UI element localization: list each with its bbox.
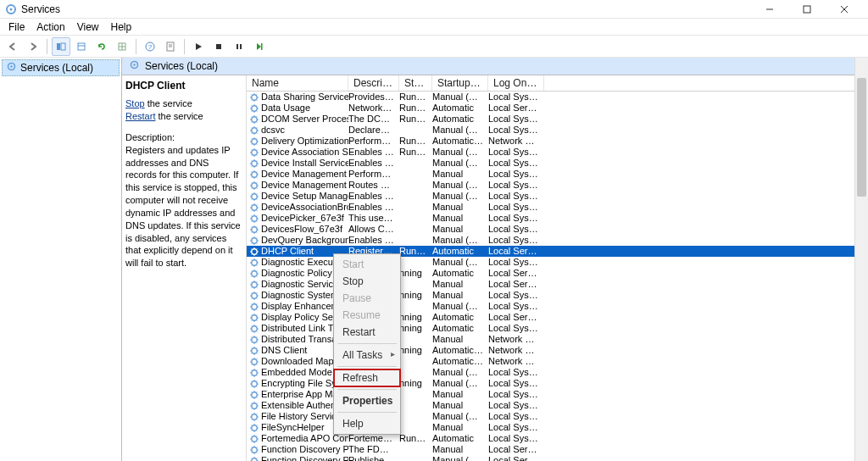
service-log-on-as: Local System	[488, 400, 544, 411]
cm-separator	[337, 412, 397, 413]
service-row[interactable]: DevicesFlow_67e3fAllows Conn...ManualLoc…	[247, 224, 868, 235]
cm-separator	[337, 366, 397, 367]
export-button[interactable]	[113, 37, 131, 56]
service-row[interactable]: Device Management Enroll...Performs De..…	[247, 169, 868, 180]
service-row[interactable]: DevQuery Background Disc...Enables app..…	[247, 235, 868, 246]
service-row[interactable]: Function Discovery Resourc...Publishes t…	[247, 455, 868, 461]
service-description: Enables pairi...	[348, 147, 399, 158]
service-startup-type: Automatic (De...	[432, 356, 488, 367]
help-button[interactable]: ?	[141, 37, 159, 56]
service-row[interactable]: Delivery OptimizationPerforms co...Runni…	[247, 136, 868, 147]
vertical-scrollbar[interactable]	[854, 58, 868, 461]
service-row[interactable]: Device Setup ManagerEnables the ...Manua…	[247, 191, 868, 202]
svg-rect-3	[804, 6, 810, 13]
service-name: File History Service	[261, 411, 342, 422]
col-startup-type[interactable]: Startup Type	[432, 75, 488, 91]
svg-rect-18	[240, 44, 242, 49]
stop-service-link[interactable]: Stop	[125, 98, 145, 108]
service-gear-icon	[248, 268, 259, 279]
service-startup-type: Manual (Trigg...	[432, 92, 488, 103]
menu-help[interactable]: Help	[106, 19, 137, 35]
export-list-button[interactable]	[72, 37, 91, 56]
cm-refresh[interactable]: Refresh	[334, 369, 400, 386]
cm-all-tasks[interactable]: All Tasks	[334, 347, 400, 364]
restart-service-button[interactable]	[250, 37, 269, 56]
service-startup-type: Automatic	[432, 246, 488, 257]
pause-service-button[interactable]	[230, 37, 248, 56]
cm-separator	[337, 343, 397, 344]
service-row[interactable]: Function Discovery Provider ...The FDPHO…	[247, 444, 868, 455]
menu-view[interactable]: View	[72, 19, 104, 35]
service-row[interactable]: Device Install ServiceEnables a co...Man…	[247, 158, 868, 169]
service-startup-type: Manual	[432, 389, 488, 400]
col-status[interactable]: Status	[399, 75, 432, 91]
service-description: Enables app...	[348, 235, 399, 246]
col-name[interactable]: Name	[247, 75, 348, 91]
service-status	[399, 334, 432, 345]
svg-rect-17	[236, 44, 238, 49]
service-startup-type: Manual (Trigg...	[432, 367, 488, 378]
start-service-button[interactable]	[189, 37, 208, 56]
service-gear-icon	[248, 455, 259, 461]
show-hide-tree-button[interactable]	[52, 37, 70, 56]
tree-root-services-local[interactable]: Services (Local)	[2, 59, 120, 76]
properties-button[interactable]	[161, 37, 180, 56]
service-row[interactable]: Device Association ServiceEnables pairi.…	[247, 147, 868, 158]
service-startup-type: Manual (Trigg...	[432, 411, 488, 422]
service-log-on-as: Local System	[488, 224, 544, 235]
service-row[interactable]: Data Sharing ServiceProvides dat...Runni…	[247, 92, 868, 103]
service-log-on-as: Local Service	[488, 279, 544, 290]
menu-bar: File Action View Help	[0, 19, 868, 36]
service-status	[399, 400, 432, 411]
maximize-button[interactable]	[788, 0, 826, 19]
service-status	[399, 125, 432, 136]
nav-forward-button[interactable]	[24, 37, 42, 56]
service-startup-type: Automatic	[432, 103, 488, 114]
service-row[interactable]: Device Management Wireles...Routes Wirel…	[247, 180, 868, 191]
menu-file[interactable]: File	[3, 19, 30, 35]
service-startup-type: Manual (Trigg...	[432, 125, 488, 136]
right-pane: Services (Local) DHCP Client Stop the se…	[122, 58, 868, 461]
col-log-on-as[interactable]: Log On As	[488, 75, 544, 91]
service-name: Function Discovery Provider ...	[261, 444, 348, 455]
refresh-button[interactable]	[92, 37, 111, 56]
service-row[interactable]: dcsvcDeclared Co...Manual (Trigg...Local…	[247, 125, 868, 136]
service-gear-icon	[248, 323, 259, 334]
service-description: Declared Co...	[348, 125, 399, 136]
service-gear-icon	[248, 345, 259, 356]
service-gear-icon	[248, 422, 259, 433]
service-gear-icon	[248, 334, 259, 345]
service-row[interactable]: DevicePicker_67e3fThis user ser...Manual…	[247, 213, 868, 224]
nav-back-button[interactable]	[3, 37, 22, 56]
cm-restart[interactable]: Restart	[334, 324, 400, 341]
cm-stop[interactable]: Stop	[334, 273, 400, 290]
service-row[interactable]: DCOM Server Process Launc...The DCOMl...…	[247, 114, 868, 125]
service-log-on-as: Local System	[488, 422, 544, 433]
service-log-on-as: Local System	[488, 323, 544, 334]
menu-action[interactable]: Action	[31, 19, 70, 35]
service-log-on-as: Local System	[488, 180, 544, 191]
service-description: Network dat...	[348, 103, 399, 114]
service-log-on-as: Local System	[488, 389, 544, 400]
restart-service-link[interactable]: Restart	[125, 111, 155, 121]
service-description: Enables the ...	[348, 191, 399, 202]
service-gear-icon	[248, 92, 259, 103]
scrollbar-thumb[interactable]	[857, 78, 866, 197]
service-log-on-as: Local System	[488, 433, 544, 444]
stop-service-button[interactable]	[209, 37, 228, 56]
close-button[interactable]	[826, 0, 863, 19]
minimize-button[interactable]	[751, 0, 788, 19]
cm-properties[interactable]: Properties	[334, 392, 400, 409]
service-gear-icon	[248, 235, 259, 246]
service-row[interactable]: Data UsageNetwork dat...RunningAutomatic…	[247, 103, 868, 114]
service-row[interactable]: DeviceAssociationBroker_67...Enables app…	[247, 202, 868, 213]
service-log-on-as: Local System	[488, 213, 544, 224]
service-status	[399, 202, 432, 213]
service-gear-icon	[248, 158, 259, 169]
service-log-on-as: Local System	[488, 191, 544, 202]
col-description[interactable]: Description	[348, 75, 399, 91]
service-gear-icon	[248, 180, 259, 191]
cm-help[interactable]: Help	[334, 415, 400, 432]
service-name: Function Discovery Resourc...	[261, 455, 348, 461]
service-log-on-as: Local System	[488, 411, 544, 422]
